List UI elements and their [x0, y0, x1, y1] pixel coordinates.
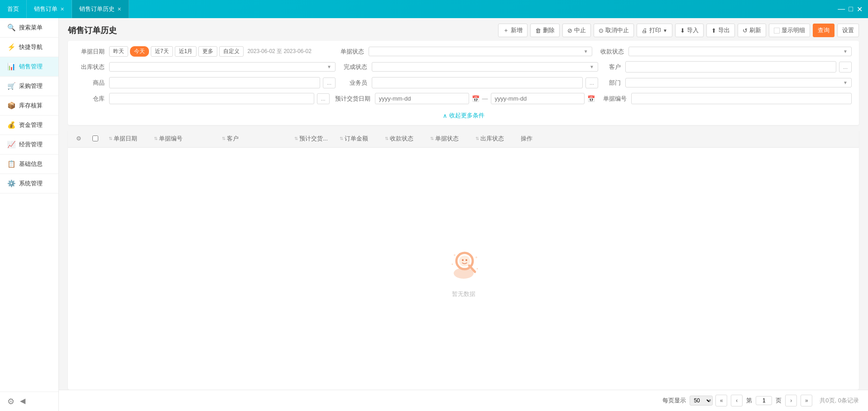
th-payment-status: ⇅ 收款状态: [381, 135, 427, 143]
sidebar-collapse-icon[interactable]: ◀: [20, 396, 25, 406]
minimize-icon[interactable]: —: [838, 5, 845, 13]
page-number-input[interactable]: [756, 396, 772, 405]
tab-sales-history[interactable]: 销售订单历史 ✕: [72, 0, 129, 18]
date-btn-more[interactable]: 更多: [198, 46, 217, 57]
date-btn-custom[interactable]: 自定义: [219, 46, 244, 57]
delivery-date-to[interactable]: [491, 93, 585, 104]
filter-panel: 单据日期 昨天 今天 近7天 近1月 更多 自定义 2023-06-02 至 2…: [68, 41, 859, 125]
toolbar: ＋ 新增 🗑 删除 ⊘ 中止 ⊙ 取消中止 🖨 打印: [498, 24, 859, 37]
maximize-icon[interactable]: □: [849, 5, 853, 13]
sort-icon-doc-status[interactable]: ⇅: [430, 136, 434, 141]
sort-icon-delivery[interactable]: ⇅: [294, 136, 298, 141]
sidebar-item-inventory[interactable]: 📦 库存核算: [0, 96, 58, 116]
sidebar-item-sales-mgmt-label: 销售管理: [19, 63, 43, 71]
finance-icon: 💰: [7, 121, 15, 129]
prev-page-button[interactable]: ‹: [731, 395, 743, 406]
show-detail-toggle[interactable]: 显示明细: [769, 24, 810, 37]
date-btn-1month[interactable]: 近1月: [175, 46, 197, 57]
collapse-bar[interactable]: ∧ 收起更多条件: [75, 109, 852, 120]
settings-button[interactable]: 设置: [837, 24, 859, 37]
query-label: 查询: [818, 26, 830, 34]
goods-input[interactable]: [109, 77, 320, 88]
show-detail-label: 显示明细: [782, 26, 805, 34]
top-bar: 首页 销售订单 ✕ 销售订单历史 ✕ — □ ✕: [0, 0, 868, 18]
sort-icon-out-status[interactable]: ⇅: [475, 136, 479, 141]
query-button[interactable]: 查询: [813, 24, 834, 37]
out-status-label: 出库状态: [75, 63, 105, 71]
th-expected-delivery-label: 预计交货...: [299, 135, 328, 143]
complete-status-select[interactable]: ▼: [372, 62, 598, 72]
payment-status-select[interactable]: ▼: [628, 47, 852, 56]
sidebar-item-quick-nav[interactable]: ⚡ 快捷导航: [0, 38, 58, 57]
tab-bar: 首页 销售订单 ✕ 销售订单历史 ✕: [0, 0, 832, 18]
close-window-icon[interactable]: ✕: [857, 5, 863, 14]
empty-illustration: [441, 239, 486, 285]
select-all-checkbox[interactable]: [92, 135, 98, 141]
warehouse-ellipsis-btn[interactable]: ...: [317, 93, 330, 104]
sidebar-item-finance[interactable]: 💰 资金管理: [0, 116, 58, 135]
doc-no-input[interactable]: [631, 93, 852, 104]
export-button[interactable]: ⬆ 导出: [706, 24, 735, 37]
delete-label: 删除: [543, 26, 555, 34]
goods-ellipsis-btn[interactable]: ...: [323, 77, 336, 88]
page-size-select[interactable]: 50 20 100: [690, 396, 713, 406]
sort-icon-amount[interactable]: ⇅: [340, 136, 343, 141]
warehouse-input[interactable]: [109, 93, 314, 104]
cancel-stop-button[interactable]: ⊙ 取消中止: [594, 24, 634, 37]
sidebar-item-sales-mgmt[interactable]: 📊 销售管理: [0, 57, 58, 77]
doc-status-label: 单据状态: [337, 48, 364, 56]
delivery-date-to-calendar-icon[interactable]: 📅: [587, 95, 595, 102]
goto-suffix: 页: [776, 396, 782, 405]
sidebar-item-basic-info[interactable]: 📋 基础信息: [0, 155, 58, 174]
delivery-date-from[interactable]: [375, 93, 469, 104]
tab-sales-order[interactable]: 销售订单 ✕: [27, 0, 72, 18]
page-header: 销售订单历史 ＋ 新增 🗑 删除 ⊘ 中止 ⊙ 取消中止: [59, 18, 868, 41]
date-btn-today[interactable]: 今天: [130, 46, 149, 57]
dept-label: 部门: [603, 79, 621, 87]
stop-button[interactable]: ⊘ 中止: [562, 24, 591, 37]
delivery-date-from-calendar-icon[interactable]: 📅: [472, 95, 480, 102]
last-page-button[interactable]: »: [801, 395, 812, 406]
sort-icon-doc-no[interactable]: ⇅: [154, 136, 158, 141]
print-label: 打印: [649, 26, 661, 34]
doc-no-label: 单据编号: [599, 95, 627, 103]
salesperson-input[interactable]: [372, 77, 583, 88]
first-page-button[interactable]: «: [715, 395, 727, 406]
next-page-button[interactable]: ›: [785, 395, 797, 406]
refresh-button[interactable]: ↺ 刷新: [738, 24, 766, 37]
sidebar-item-purchase-mgmt[interactable]: 🛒 采购管理: [0, 77, 58, 96]
print-button[interactable]: 🖨 打印 ▼: [637, 24, 672, 37]
sort-icon-pay-status[interactable]: ⇅: [385, 136, 388, 141]
sidebar-item-operations-label: 经营管理: [19, 140, 43, 149]
th-customer-label: 客户: [227, 135, 239, 143]
date-btn-7days[interactable]: 近7天: [151, 46, 173, 57]
sidebar-item-operations[interactable]: 📈 经营管理: [0, 135, 58, 155]
out-status-select[interactable]: ▼: [109, 62, 336, 72]
basic-info-icon: 📋: [7, 160, 15, 168]
date-dash: —: [482, 95, 488, 102]
customer-ellipsis-btn[interactable]: ...: [839, 62, 852, 73]
tab-sales-history-close[interactable]: ✕: [117, 6, 121, 12]
sidebar-settings-icon[interactable]: ⚙: [7, 396, 14, 406]
delete-icon: 🗑: [535, 27, 541, 34]
date-btn-yesterday[interactable]: 昨天: [109, 46, 128, 57]
salesperson-ellipsis-btn[interactable]: ...: [585, 77, 598, 88]
sidebar-item-sys-mgmt[interactable]: ⚙️ 系统管理: [0, 174, 58, 193]
settings-gear-icon[interactable]: ⚙: [76, 135, 82, 142]
tab-home[interactable]: 首页: [0, 0, 27, 18]
dept-select[interactable]: ▼: [625, 78, 852, 87]
doc-status-select[interactable]: ▼: [369, 47, 592, 56]
sort-icon-doc-date[interactable]: ⇅: [109, 136, 112, 141]
delete-button[interactable]: 🗑 删除: [530, 24, 560, 37]
sort-icon-customer[interactable]: ⇅: [222, 136, 225, 141]
add-button[interactable]: ＋ 新增: [498, 24, 528, 37]
sidebar-item-search-menu[interactable]: 🔍 搜索菜单: [0, 18, 58, 38]
svg-point-4: [462, 259, 464, 261]
tab-sales-history-label: 销售订单历史: [79, 5, 115, 13]
import-button[interactable]: ⬇ 导入: [675, 24, 704, 37]
customer-input[interactable]: [625, 61, 836, 73]
dept-arrow-icon: ▼: [843, 80, 848, 85]
th-settings[interactable]: ⚙: [72, 135, 89, 142]
show-detail-checkbox[interactable]: [774, 28, 780, 34]
tab-sales-order-close[interactable]: ✕: [60, 6, 64, 12]
